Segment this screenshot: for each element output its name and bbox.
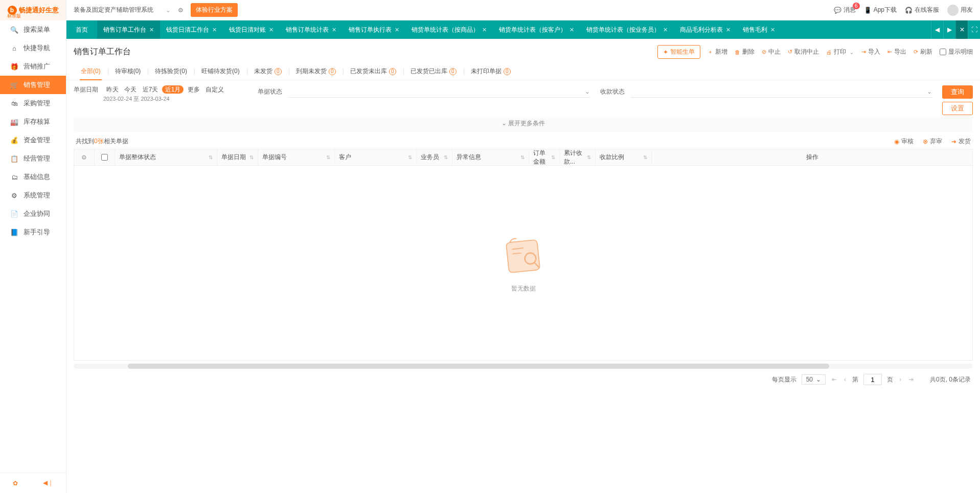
print-button[interactable]: 🖨打印⌄ bbox=[826, 48, 854, 56]
export-button[interactable]: ⇤导出 bbox=[887, 48, 906, 56]
status-tab-到期未发货[interactable]: 到期未发货0 bbox=[289, 63, 343, 80]
tab-销货单统计表（按商品）[interactable]: 销货单统计表（按商品）✕ bbox=[405, 20, 493, 39]
online-service-button[interactable]: 🎧 在线客服 bbox=[905, 6, 939, 14]
pay-status-select[interactable]: ⌄ bbox=[631, 85, 932, 98]
close-icon[interactable]: ✕ bbox=[149, 27, 154, 33]
close-icon[interactable]: ✕ bbox=[482, 27, 487, 33]
status-tab-待审核(0)[interactable]: 待审核(0) bbox=[108, 63, 148, 80]
column-header-单据整体状态[interactable]: 单据整体状态⇅ bbox=[115, 149, 217, 165]
gear-icon[interactable]: ⚙ bbox=[178, 7, 184, 14]
status-tab-未打印单据[interactable]: 未打印单据0 bbox=[464, 63, 518, 80]
cancel-stop-button[interactable]: ↺取消中止 bbox=[788, 48, 819, 56]
close-icon[interactable]: ✕ bbox=[770, 27, 775, 33]
sidebar-item-销售管理[interactable]: 🛒销售管理 bbox=[0, 76, 66, 94]
sidebar-item-资金管理[interactable]: 💰资金管理 bbox=[0, 131, 66, 149]
fullscreen-icon[interactable]: ⛶ bbox=[968, 20, 980, 39]
column-header-订单金额[interactable]: 订单金额⇅ bbox=[529, 149, 560, 165]
smart-generate-button[interactable]: ✦ 智能生单 bbox=[657, 45, 700, 59]
tab-销售订单工作台[interactable]: 销售订单工作台✕ bbox=[97, 20, 160, 39]
sort-icon[interactable]: ⇅ bbox=[249, 154, 254, 160]
app-download-button[interactable]: 📱 App下载 bbox=[864, 6, 897, 14]
sidebar-item-经营管理[interactable]: 📋经营管理 bbox=[0, 149, 66, 168]
refresh-button[interactable]: ⟳刷新 bbox=[914, 48, 932, 56]
sidebar-item-搜索菜单[interactable]: 🔍搜索菜单 bbox=[0, 20, 66, 39]
tab-商品毛利分析表[interactable]: 商品毛利分析表✕ bbox=[674, 20, 737, 39]
add-button[interactable]: ＋新增 bbox=[708, 48, 727, 56]
column-header-操作[interactable]: 操作 bbox=[652, 149, 972, 165]
status-tab-未发货[interactable]: 未发货0 bbox=[247, 63, 289, 80]
date-option-近7天[interactable]: 近7天 bbox=[141, 85, 161, 94]
settings-icon[interactable]: ✿ bbox=[13, 480, 18, 487]
date-option-近1月[interactable]: 近1月 bbox=[162, 85, 184, 94]
sort-icon[interactable]: ⇅ bbox=[587, 154, 591, 160]
tab-销货单统计表（按业务员）[interactable]: 销货单统计表（按业务员）✕ bbox=[580, 20, 674, 39]
tab-scroll-right[interactable]: ▶ bbox=[943, 20, 955, 39]
date-option-今天[interactable]: 今天 bbox=[122, 85, 139, 94]
sort-icon[interactable]: ⇅ bbox=[326, 154, 330, 160]
collapse-icon[interactable]: ◀｜ bbox=[43, 479, 54, 487]
sort-icon[interactable]: ⇅ bbox=[444, 154, 448, 160]
abandon-button[interactable]: ⊗弃审 bbox=[923, 137, 942, 146]
status-tab-已发货未出库[interactable]: 已发货未出库0 bbox=[343, 63, 403, 80]
scrollbar-thumb[interactable] bbox=[128, 364, 829, 369]
status-tab-已发货已出库[interactable]: 已发货已出库0 bbox=[403, 63, 464, 80]
column-header-单据编号[interactable]: 单据编号⇅ bbox=[258, 149, 335, 165]
tab-销售订单执行表[interactable]: 销售订单执行表✕ bbox=[343, 20, 405, 39]
import-button[interactable]: ⇥导入 bbox=[861, 48, 880, 56]
query-button[interactable]: 查询 bbox=[942, 85, 973, 99]
setting-button[interactable]: 设置 bbox=[942, 102, 973, 115]
show-detail-checkbox[interactable] bbox=[940, 49, 946, 55]
horizontal-scrollbar[interactable] bbox=[74, 364, 973, 369]
sidebar-item-营销推广[interactable]: 🎁营销推广 bbox=[0, 57, 66, 76]
close-icon[interactable]: ✕ bbox=[395, 27, 399, 33]
experience-button[interactable]: 体验行业方案 bbox=[191, 3, 238, 17]
bill-status-select[interactable]: ⌄ bbox=[288, 85, 590, 98]
page-input[interactable] bbox=[863, 374, 882, 385]
sidebar-item-系统管理[interactable]: ⚙系统管理 bbox=[0, 186, 66, 205]
status-tab-待拣验货(0)[interactable]: 待拣验货(0) bbox=[148, 63, 194, 80]
messages-button[interactable]: 💬 消息 6 bbox=[834, 6, 856, 14]
column-header-累计收款...[interactable]: 累计收款...⇅ bbox=[560, 149, 596, 165]
tab-首页[interactable]: 首页 bbox=[66, 20, 97, 39]
column-header-业务员[interactable]: 业务员⇅ bbox=[417, 149, 452, 165]
date-option-更多[interactable]: 更多 bbox=[186, 85, 202, 94]
close-icon[interactable]: ✕ bbox=[212, 27, 217, 33]
sidebar-item-库存核算[interactable]: 🏭库存核算 bbox=[0, 113, 66, 131]
show-detail-toggle[interactable]: 显示明细 bbox=[940, 48, 973, 56]
close-icon[interactable]: ✕ bbox=[269, 27, 274, 33]
last-page-button[interactable]: ⇥ bbox=[907, 376, 915, 383]
sort-icon[interactable]: ⇅ bbox=[408, 154, 412, 160]
user-menu[interactable]: 用友 bbox=[947, 5, 973, 16]
delete-button[interactable]: 🗑删除 bbox=[735, 48, 755, 56]
date-option-昨天[interactable]: 昨天 bbox=[104, 85, 121, 94]
column-header-单据日期[interactable]: 单据日期⇅ bbox=[217, 149, 258, 165]
sort-icon[interactable]: ⇅ bbox=[551, 154, 555, 160]
column-settings-button[interactable]: ⚙ bbox=[74, 149, 95, 165]
sidebar-item-新手引导[interactable]: 📘新手引导 bbox=[0, 223, 66, 241]
column-header-收款比例[interactable]: 收款比例⇅ bbox=[596, 149, 652, 165]
close-icon[interactable]: ✕ bbox=[332, 27, 336, 33]
prev-page-button[interactable]: ‹ bbox=[843, 376, 847, 383]
status-tab-旺铺待发货(0)[interactable]: 旺铺待发货(0) bbox=[194, 63, 247, 80]
expand-filters-button[interactable]: ⌄ 展开更多条件 bbox=[74, 117, 973, 132]
sidebar-item-基础信息[interactable]: 🗂基础信息 bbox=[0, 168, 66, 186]
close-icon[interactable]: ✕ bbox=[726, 27, 731, 33]
status-tab-全部(0)[interactable]: 全部(0) bbox=[74, 63, 108, 80]
sort-icon[interactable]: ⇅ bbox=[520, 154, 525, 160]
tab-销售订单统计表[interactable]: 销售订单统计表✕ bbox=[280, 20, 343, 39]
tab-钱货日清工作台[interactable]: 钱货日清工作台✕ bbox=[160, 20, 223, 39]
next-page-button[interactable]: › bbox=[898, 376, 902, 383]
tab-销售毛利[interactable]: 销售毛利✕ bbox=[737, 20, 781, 39]
select-all-checkbox[interactable] bbox=[101, 154, 108, 161]
system-select[interactable]: 装备及固定资产辅助管理系统 ⌄ bbox=[74, 6, 171, 14]
sidebar-item-采购管理[interactable]: 🛍采购管理 bbox=[0, 94, 66, 113]
column-header-异常信息[interactable]: 异常信息⇅ bbox=[452, 149, 529, 165]
date-option-自定义[interactable]: 自定义 bbox=[203, 85, 226, 94]
first-page-button[interactable]: ⇤ bbox=[831, 376, 838, 383]
ship-button[interactable]: ➜发货 bbox=[951, 137, 971, 146]
sidebar-item-快捷导航[interactable]: ⌂快捷导航 bbox=[0, 39, 66, 57]
sort-icon[interactable]: ⇅ bbox=[643, 154, 647, 160]
stop-button[interactable]: ⊘中止 bbox=[762, 48, 781, 56]
tab-scroll-left[interactable]: ◀ bbox=[931, 20, 943, 39]
close-icon[interactable]: ✕ bbox=[569, 27, 574, 33]
